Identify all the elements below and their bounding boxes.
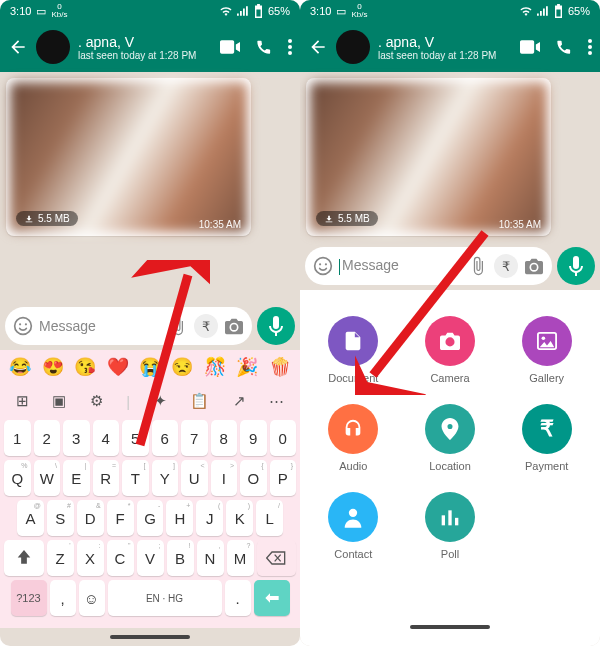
attach-pay[interactable]: ₹Payment <box>522 404 572 472</box>
key[interactable]: P} <box>270 460 297 496</box>
key[interactable]: H+ <box>166 500 193 536</box>
mic-button[interactable] <box>257 307 295 345</box>
emoji-suggestion[interactable]: 🎉 <box>236 356 258 378</box>
key[interactable]: 5 <box>122 420 149 456</box>
emoji-suggestion[interactable]: 😍 <box>42 356 64 378</box>
emoji-suggestion[interactable]: 😘 <box>74 356 96 378</box>
key[interactable]: S# <box>47 500 74 536</box>
emoji-picker-icon[interactable] <box>13 316 33 336</box>
key[interactable]: F* <box>107 500 134 536</box>
key[interactable]: M? <box>227 540 254 576</box>
attach-icon[interactable] <box>468 256 488 276</box>
backspace-key[interactable] <box>257 540 297 576</box>
attach-aud[interactable]: Audio <box>328 404 378 472</box>
key[interactable]: 0 <box>270 420 297 456</box>
key[interactable]: W\ <box>34 460 61 496</box>
payment-icon[interactable]: ₹ <box>494 254 518 278</box>
message-input[interactable]: Message <box>39 318 162 334</box>
period-key[interactable]: . <box>225 580 251 616</box>
key[interactable]: 9 <box>240 420 267 456</box>
emoji-suggestion[interactable]: 🍿 <box>269 356 291 378</box>
emoji-suggestion[interactable]: 😭 <box>139 356 161 378</box>
back-icon[interactable] <box>8 37 28 57</box>
key[interactable]: 7 <box>181 420 208 456</box>
key[interactable]: I> <box>211 460 238 496</box>
emoji-suggestion[interactable]: 🎊 <box>204 356 226 378</box>
camera-icon[interactable] <box>524 257 544 275</box>
emoji-suggestion[interactable]: ❤️ <box>107 356 129 378</box>
emoji-picker-icon[interactable] <box>313 256 333 276</box>
menu-icon[interactable] <box>288 39 292 55</box>
key[interactable]: Q% <box>4 460 31 496</box>
symbols-key[interactable]: ?123 <box>11 580 47 616</box>
key[interactable]: Y] <box>152 460 179 496</box>
message-input[interactable]: Message <box>339 257 462 274</box>
emoji-suggestion[interactable]: 😂 <box>9 356 31 378</box>
message-input-pill[interactable]: Message ₹ <box>5 307 252 345</box>
media-message[interactable]: 5.5 MB 10:35 AM <box>6 78 251 236</box>
video-call-icon[interactable] <box>520 40 540 54</box>
attach-icon[interactable] <box>168 316 188 336</box>
message-input-pill[interactable]: Message ₹ <box>305 247 552 285</box>
attach-cam[interactable]: Camera <box>425 316 475 384</box>
shift-key[interactable] <box>4 540 44 576</box>
enter-key[interactable] <box>254 580 290 616</box>
key[interactable]: E| <box>63 460 90 496</box>
key[interactable]: V; <box>137 540 164 576</box>
key[interactable]: 4 <box>93 420 120 456</box>
chat-area[interactable]: 5.5 MB 10:35 AM <box>300 72 600 242</box>
key[interactable]: 1 <box>4 420 31 456</box>
contact-avatar[interactable] <box>336 30 370 64</box>
back-icon[interactable] <box>308 37 328 57</box>
key[interactable]: 6 <box>152 420 179 456</box>
key[interactable]: D& <box>77 500 104 536</box>
contact-avatar[interactable] <box>36 30 70 64</box>
key[interactable]: R= <box>93 460 120 496</box>
attach-poll[interactable]: Poll <box>425 492 475 560</box>
key[interactable]: T[ <box>122 460 149 496</box>
key[interactable]: Z' <box>47 540 74 576</box>
settings-icon[interactable]: ⚙ <box>90 392 103 410</box>
video-call-icon[interactable] <box>220 40 240 54</box>
key[interactable]: O{ <box>240 460 267 496</box>
attach-gal[interactable]: Gallery <box>522 316 572 384</box>
attach-loc[interactable]: Location <box>425 404 475 472</box>
download-badge[interactable]: 5.5 MB <box>316 211 378 226</box>
clipboard-icon[interactable]: 📋 <box>190 392 209 410</box>
download-badge[interactable]: 5.5 MB <box>16 211 78 226</box>
media-message[interactable]: 5.5 MB 10:35 AM <box>306 78 551 236</box>
header-text[interactable]: . apna, V last seen today at 1:28 PM <box>78 34 212 61</box>
header-text[interactable]: . apna, V last seen today at 1:28 PM <box>378 34 512 61</box>
key[interactable]: J( <box>196 500 223 536</box>
emoji-suggestion[interactable]: 😒 <box>171 356 193 378</box>
key[interactable]: 8 <box>211 420 238 456</box>
payment-icon[interactable]: ₹ <box>194 314 218 338</box>
key[interactable]: 3 <box>63 420 90 456</box>
key[interactable]: 2 <box>34 420 61 456</box>
key[interactable]: A@ <box>17 500 44 536</box>
share-icon[interactable]: ↗ <box>233 392 246 410</box>
voice-call-icon[interactable] <box>556 39 572 55</box>
key[interactable]: L/ <box>256 500 283 536</box>
key[interactable]: X: <box>77 540 104 576</box>
keyboard[interactable]: 1234567890 Q%W\E|R=T[Y]U<I>O{P} A@S#D&F*… <box>0 418 300 628</box>
camera-icon[interactable] <box>224 317 244 335</box>
space-key[interactable]: EN · HG <box>108 580 222 616</box>
attach-con[interactable]: Contact <box>328 492 378 560</box>
key[interactable]: B! <box>167 540 194 576</box>
mic-button[interactable] <box>557 247 595 285</box>
key[interactable]: U< <box>181 460 208 496</box>
voice-call-icon[interactable] <box>256 39 272 55</box>
more-icon[interactable]: ⋯ <box>269 392 284 410</box>
key[interactable]: N, <box>197 540 224 576</box>
emoji-key[interactable]: ☺ <box>79 580 105 616</box>
stickers-icon[interactable]: ▣ <box>52 392 66 410</box>
comma-key[interactable]: , <box>50 580 76 616</box>
key[interactable]: G- <box>137 500 164 536</box>
menu-icon[interactable] <box>588 39 592 55</box>
grid-icon[interactable]: ⊞ <box>16 392 29 410</box>
key[interactable]: C" <box>107 540 134 576</box>
chat-area[interactable]: 5.5 MB 10:35 AM <box>0 72 300 302</box>
ai-icon[interactable]: ✦ <box>154 392 167 410</box>
key[interactable]: K) <box>226 500 253 536</box>
